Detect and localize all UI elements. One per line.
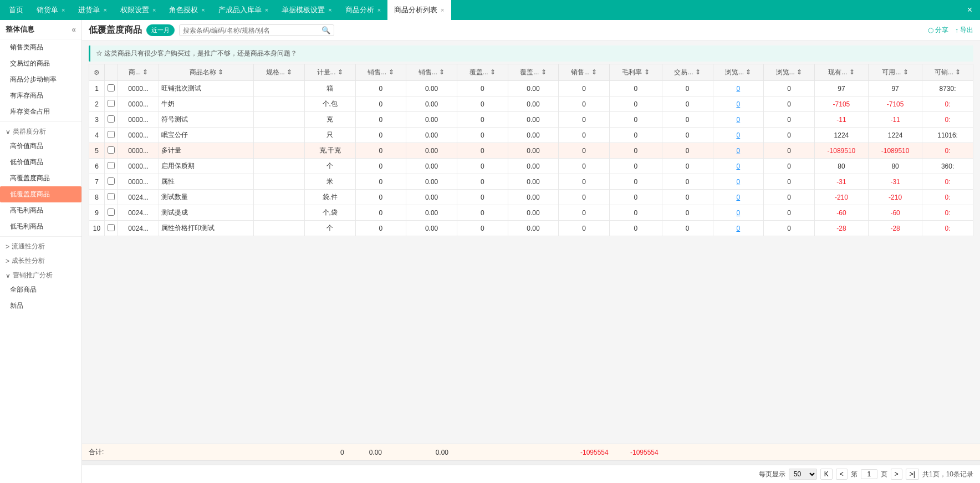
- sidebar-item-traded-goods[interactable]: 交易过的商品: [0, 55, 81, 72]
- cell-cover2: 0.00: [508, 190, 559, 205]
- sidebar-item-low-value[interactable]: 低价值商品: [0, 154, 81, 170]
- cell-name: 测试提成: [159, 205, 254, 221]
- cell-view1[interactable]: 0: [713, 143, 764, 159]
- col-stock1[interactable]: 现有... ⇕: [814, 64, 868, 81]
- filter-recent-month[interactable]: 近一月: [146, 24, 175, 36]
- prev-page-button[interactable]: <: [836, 469, 848, 480]
- sidebar-item-low-coverage[interactable]: 低覆盖度商品: [0, 186, 81, 202]
- col-code[interactable]: 商... ⇕: [118, 64, 159, 81]
- nav-permissions[interactable]: 权限设置 ×: [114, 0, 162, 20]
- last-page-button[interactable]: >|: [906, 469, 919, 480]
- nav-product-analysis[interactable]: 商品分析 ×: [339, 0, 387, 20]
- cell-checkbox[interactable]: [105, 143, 118, 159]
- sidebar-item-turnover-rate[interactable]: 商品分步动销率: [0, 72, 81, 88]
- table-container[interactable]: ⚙ 商... ⇕ 商品名称 ⇕ 规格... ⇕ 计量... ⇕ 销售... ⇕ …: [89, 64, 973, 444]
- export-button[interactable]: ↑ 导出: [955, 26, 973, 35]
- cell-sales3: 0: [559, 81, 610, 96]
- cell-view1[interactable]: 0: [713, 81, 764, 96]
- page-title: 低覆盖度商品: [89, 24, 142, 36]
- col-spec[interactable]: 规格... ⇕: [254, 64, 305, 81]
- nav-sales-order[interactable]: 销货单 ×: [30, 0, 72, 20]
- cell-view1[interactable]: 0: [713, 190, 764, 205]
- nav-close-icon[interactable]: ×: [265, 7, 268, 13]
- cell-checkbox[interactable]: [105, 221, 118, 236]
- cell-view1[interactable]: 0: [713, 159, 764, 174]
- nav-close-icon[interactable]: ×: [152, 7, 156, 13]
- cell-checkbox[interactable]: [105, 159, 118, 174]
- cell-checkbox[interactable]: [105, 81, 118, 96]
- sidebar-item-all-goods[interactable]: 全部商品: [0, 282, 81, 298]
- sidebar-item-high-value[interactable]: 高价值商品: [0, 138, 81, 154]
- cell-checkbox[interactable]: [105, 96, 118, 112]
- nav-role-auth[interactable]: 角色授权 ×: [162, 0, 211, 20]
- col-trans[interactable]: 交易... ⇕: [662, 64, 713, 81]
- sidebar-group-marketing[interactable]: ∨ 营销推广分析: [0, 267, 81, 282]
- cell-view1[interactable]: 0: [713, 221, 764, 236]
- cell-code: 0000...: [118, 128, 159, 143]
- cell-cover2: 0.00: [508, 96, 559, 112]
- cell-checkbox[interactable]: [105, 205, 118, 221]
- col-stock2[interactable]: 可用... ⇕: [869, 64, 922, 81]
- cell-view1[interactable]: 0: [713, 96, 764, 112]
- col-settings[interactable]: ⚙: [89, 64, 105, 81]
- nav-close-icon[interactable]: ×: [441, 7, 444, 13]
- cell-view1[interactable]: 0: [713, 174, 764, 190]
- sidebar-item-high-coverage[interactable]: 高覆盖度商品: [0, 170, 81, 186]
- sidebar-group-growth[interactable]: > 成长性分析: [0, 253, 81, 267]
- cell-view2: 0: [764, 190, 815, 205]
- col-sales1[interactable]: 销售... ⇕: [355, 64, 406, 81]
- cell-checkbox[interactable]: [105, 174, 118, 190]
- cell-trans: 0: [662, 205, 713, 221]
- sidebar-item-new-goods[interactable]: 新品: [0, 298, 81, 314]
- col-sales3[interactable]: 销售... ⇕: [559, 64, 610, 81]
- sidebar-item-low-profit[interactable]: 低毛利商品: [0, 218, 81, 235]
- sidebar-item-sales-goods[interactable]: 销售类商品: [0, 39, 81, 55]
- sidebar-collapse-button[interactable]: «: [72, 25, 76, 34]
- cell-cover2: 0.00: [508, 159, 559, 174]
- col-cover2[interactable]: 覆盖... ⇕: [508, 64, 559, 81]
- nav-close-icon[interactable]: ×: [377, 7, 381, 13]
- cell-checkbox[interactable]: [105, 128, 118, 143]
- cell-view1[interactable]: 0: [713, 128, 764, 143]
- col-view2[interactable]: 浏览... ⇕: [764, 64, 815, 81]
- table-row: 9 0024... 测试提成 个,袋 0 0.00 0 0.00 0 0 0 0…: [89, 205, 973, 221]
- nav-product-analysis-list[interactable]: 商品分析列表 ×: [387, 0, 451, 20]
- col-profit[interactable]: 毛利率 ⇕: [609, 64, 662, 81]
- sidebar-item-in-stock[interactable]: 有库存商品: [0, 88, 81, 104]
- sidebar-item-high-profit[interactable]: 高毛利商品: [0, 202, 81, 218]
- share-button[interactable]: ⬡ 分享: [928, 26, 948, 35]
- col-unit[interactable]: 计量... ⇕: [304, 64, 355, 81]
- cell-view1[interactable]: 0: [713, 112, 764, 128]
- col-name[interactable]: 商品名称 ⇕: [159, 64, 254, 81]
- nav-close-icon[interactable]: ×: [103, 7, 106, 13]
- nav-product-entry[interactable]: 产成品入库单 ×: [212, 0, 275, 20]
- cell-checkbox[interactable]: [105, 190, 118, 205]
- cell-cover2: 0.00: [508, 174, 559, 190]
- nav-close-icon[interactable]: ×: [62, 7, 65, 13]
- cell-spec: [254, 128, 305, 143]
- nav-home[interactable]: 首页: [2, 0, 30, 20]
- sidebar-item-capital[interactable]: 库存资金占用: [0, 104, 81, 120]
- sidebar-group-flow[interactable]: > 流通性分析: [0, 238, 81, 253]
- per-page-select[interactable]: 50 100 200: [789, 469, 817, 480]
- sidebar-group-cluster[interactable]: ∨ 类群度分析: [0, 124, 81, 138]
- col-cover1[interactable]: 覆盖... ⇕: [457, 64, 508, 81]
- cell-sales1: 0: [355, 190, 406, 205]
- cell-view1[interactable]: 0: [713, 205, 764, 221]
- window-close-button[interactable]: ×: [962, 5, 978, 15]
- nav-close-icon[interactable]: ×: [201, 7, 205, 13]
- nav-purchase-order[interactable]: 进货单 ×: [72, 0, 113, 20]
- nav-template-settings[interactable]: 单据模板设置 ×: [275, 0, 338, 20]
- col-sales2[interactable]: 销售... ⇕: [406, 64, 457, 81]
- data-table: ⚙ 商... ⇕ 商品名称 ⇕ 规格... ⇕ 计量... ⇕ 销售... ⇕ …: [89, 64, 973, 236]
- cell-name: 测试数量: [159, 190, 254, 205]
- col-stock3[interactable]: 可销... ⇕: [922, 64, 973, 81]
- first-page-button[interactable]: K: [820, 469, 833, 480]
- nav-close-icon[interactable]: ×: [328, 7, 331, 13]
- col-view1[interactable]: 浏览... ⇕: [713, 64, 764, 81]
- cell-checkbox[interactable]: [105, 112, 118, 128]
- cell-name: 属性价格打印测试: [159, 221, 254, 236]
- search-input[interactable]: [183, 27, 319, 34]
- page-input[interactable]: [861, 469, 877, 479]
- next-page-button[interactable]: >: [891, 469, 902, 480]
